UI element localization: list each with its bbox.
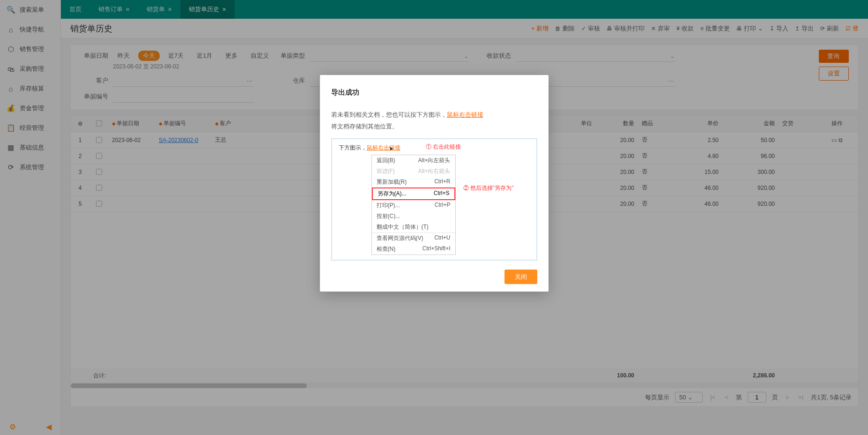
ctx-item: 另存为(A)...Ctrl+S xyxy=(372,188,455,200)
modal-title: 导出成功 xyxy=(331,88,537,97)
callout-1: ① 右击此链接 xyxy=(426,143,461,151)
ctx-item: 打印(P)...Ctrl+P xyxy=(372,200,455,211)
callout-2: ② 然后选择"另存为" xyxy=(463,184,514,192)
cursor-icon: ➤ xyxy=(389,145,393,152)
ctx-item: 返回(B)Alt+向左箭头 xyxy=(372,155,455,166)
ctx-item: 查看网页源代码(V)Ctrl+U xyxy=(372,232,455,244)
illustration-link: 鼠标右击链接 xyxy=(367,144,401,151)
modal-hint-line1: 若未看到相关文档，您也可以按下方图示，鼠标右击链接 xyxy=(331,110,537,120)
modal-close-button[interactable]: 关闭 xyxy=(504,270,537,284)
modal-overlay[interactable]: 导出成功 若未看到相关文档，您也可以按下方图示，鼠标右击链接 将文档存储到其他位… xyxy=(0,0,868,435)
ctx-item: 检查(N)Ctrl+Shift+I xyxy=(372,244,455,255)
export-success-modal: 导出成功 若未看到相关文档，您也可以按下方图示，鼠标右击链接 将文档存储到其他位… xyxy=(320,75,549,292)
modal-hint-line2: 将文档存储到其他位置。 xyxy=(331,122,537,132)
modal-right-click-link[interactable]: 鼠标右击链接 xyxy=(447,111,483,118)
ctx-item: 前进(F)Alt+向右箭头 xyxy=(372,166,455,177)
ctx-item: 重新加载(R)Ctrl+R xyxy=(372,177,455,188)
ctx-item: 投射(C)... xyxy=(372,211,455,222)
context-menu-illustration: 返回(B)Alt+向左箭头 前进(F)Alt+向右箭头 重新加载(R)Ctrl+… xyxy=(371,155,456,255)
ctx-item: 翻成中文（简体）(T) xyxy=(372,222,455,232)
modal-illustration: 下方图示，鼠标右击链接 ➤ ① 右击此链接 ② 然后选择"另存为" 返回(B)A… xyxy=(331,138,537,261)
